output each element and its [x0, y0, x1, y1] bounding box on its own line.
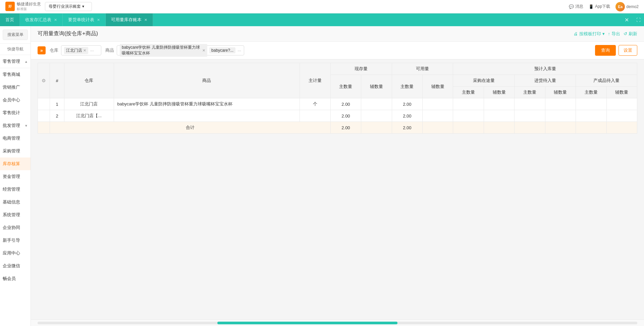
sidebar-quick-nav[interactable]: 快捷导航 [0, 44, 31, 55]
logo-text: 畅捷通好生意 [17, 2, 41, 6]
col-purchase-main [453, 110, 484, 122]
query-button[interactable]: 查询 [595, 45, 616, 56]
sidebar-item-retail-mall[interactable]: 零售商城 [0, 68, 31, 81]
settings-icon[interactable]: ⚙ [42, 78, 46, 83]
sidebar-item-vip[interactable]: 畅会员 [0, 272, 31, 285]
col-purchase-aux [484, 98, 514, 110]
col-avail-aux [423, 110, 453, 122]
sidebar-item-marketing[interactable]: 营销推广 [0, 81, 31, 94]
sidebar-item-enterprise-coop[interactable]: 企业协同 [0, 221, 31, 234]
th-products-aux: 辅数量 [606, 87, 637, 98]
sidebar-item-app-center[interactable]: 应用中心 [0, 247, 31, 260]
sidebar-item-operation[interactable]: 经营管理 [0, 183, 31, 196]
product-more-icon[interactable]: ··· [237, 48, 241, 53]
horizontal-scrollbar[interactable] [38, 322, 637, 324]
export-icon: ↑ [608, 31, 610, 36]
th-main-unit: 主计量 [300, 63, 330, 98]
sidebar-item-enterprise-wechat[interactable]: 企业微信 [0, 260, 31, 272]
income-expense-tab-label: 收发存汇总表 [25, 17, 51, 23]
sidebar-item-wholesale-mgmt[interactable]: 批发管理 ▼ [0, 119, 31, 132]
message-action[interactable]: 💬 消息 [569, 4, 583, 9]
sidebar-item-retail-stat[interactable]: 零售统计 [0, 106, 31, 119]
chevron-down-icon: ▾ [602, 31, 605, 36]
app-download-action[interactable]: 📱 App下载 [589, 4, 610, 9]
th-stock-aux: 辅数量 [361, 75, 392, 98]
print-template-btn[interactable]: 🖨 按模板打印 ▾ [574, 31, 605, 37]
th-seq: # [50, 63, 64, 98]
search-menu-button[interactable]: 搜索菜单 [3, 30, 28, 40]
summary-stock-aux [361, 122, 392, 134]
sidebar-item-inventory[interactable]: 库存核算 [0, 157, 31, 170]
warehouse-more-icon[interactable]: ··· [90, 48, 94, 53]
sidebar-item-finance[interactable]: 资金管理 [0, 170, 31, 183]
chevron-down-icon: ▾ [82, 4, 84, 9]
tab-order-stat[interactable]: 要货单统计表 ✕ [63, 13, 106, 26]
summary-products-main [576, 122, 606, 134]
col-purchase-aux [484, 110, 514, 122]
th-products-pending: 产成品待入量 [576, 75, 637, 87]
product-filter-group: 商品 babycare学饮杯 儿童防摔防撞吸管杯重力球吸嘴杯宝宝水杯 ✕ bab… [105, 45, 244, 55]
th-settings: ⚙ [38, 63, 50, 98]
filter-expand-button[interactable]: » [38, 46, 46, 54]
tab-available-stock[interactable]: 可用量库存账本 ✕ [106, 13, 153, 26]
print-icon: 🖨 [574, 31, 578, 36]
close-available-stock-tab[interactable]: ✕ [144, 18, 147, 22]
col-settings-cell [38, 98, 50, 110]
remove-warehouse-tag[interactable]: ✕ [83, 48, 86, 53]
logo: 好 畅捷通好生意 标准版 [5, 2, 41, 11]
content-area: 可用量查询(按仓库+商品) 🖨 按模板打印 ▾ ↑ 导出 ↺ 刷新 » [31, 26, 644, 326]
table-footer [31, 319, 644, 326]
close-all-tabs[interactable]: ✕ [621, 13, 633, 26]
th-product: 商品 [114, 63, 300, 98]
filter-bar: » 仓库 江北门店 ✕ ··· 商品 babycare学饮杯 儿童防摔防撞吸管杯… [31, 42, 644, 59]
col-incoming-main [515, 98, 545, 110]
top-bar-left: 好 畅捷通好生意 标准版 母婴行业演示账套 ▾ [5, 2, 92, 11]
sidebar-item-member-center[interactable]: 会员中心 [0, 94, 31, 106]
refresh-btn[interactable]: ↺ 刷新 [624, 31, 637, 37]
col-main-unit: 个 [300, 98, 330, 110]
col-avail-main: 2.00 [392, 98, 422, 110]
th-forecast-group: 预计入库量 [453, 63, 637, 75]
chevron-down-icon: ▼ [24, 124, 28, 128]
nav-tabs: 首页 收发存汇总表 ✕ 要货单统计表 ✕ 可用量库存账本 ✕ ✕ ⛶ [0, 13, 644, 26]
th-avail-aux: 辅数量 [423, 75, 453, 98]
order-stat-tab-label: 要货单统计表 [68, 17, 94, 23]
th-available-group: 可用量 [392, 63, 453, 75]
summary-purchase-main [453, 122, 484, 134]
summary-label: 合计 [50, 122, 331, 134]
sidebar-item-purchase[interactable]: 采购管理 [0, 145, 31, 157]
sidebar-item-system[interactable]: 系统管理 [0, 208, 31, 221]
tab-home[interactable]: 首页 [0, 13, 20, 26]
th-stock-main: 主数量 [330, 75, 361, 98]
industry-selector[interactable]: 母婴行业演示账套 ▾ [45, 2, 92, 11]
message-icon: 💬 [569, 4, 574, 9]
th-stock-group: 现存量 [330, 63, 392, 75]
filter-buttons: 查询 设置 [595, 45, 637, 56]
logo-sub: 标准版 [17, 7, 41, 11]
tab-income-expense[interactable]: 收发存汇总表 ✕ [20, 13, 63, 26]
sidebar-item-newbie[interactable]: 新手引导 [0, 234, 31, 247]
summary-stock-main: 2.00 [330, 122, 361, 134]
product-filter-input[interactable]: babycare学饮杯 儿童防摔防撞吸管杯重力球吸嘴杯宝宝水杯 ✕ babyca… [117, 45, 244, 55]
refresh-icon: ↺ [624, 31, 627, 36]
export-btn[interactable]: ↑ 导出 [608, 31, 621, 37]
col-warehouse: 江北门店 [64, 98, 114, 110]
user-menu[interactable]: Ea demo2 [615, 2, 639, 11]
scroll-thumb [217, 322, 397, 324]
product-filter-label: 商品 [105, 47, 114, 53]
setting-button[interactable]: 设置 [619, 45, 637, 56]
col-products-aux [606, 98, 637, 110]
sidebar-item-retail-mgmt[interactable]: 零售管理 ▲ [0, 55, 31, 68]
col-product [114, 110, 300, 122]
sidebar-item-ecommerce[interactable]: 电商管理 [0, 132, 31, 145]
close-income-expense-tab[interactable]: ✕ [54, 18, 57, 22]
remove-product-tag-1[interactable]: ✕ [202, 48, 205, 53]
expand-tabs[interactable]: ⛶ [633, 13, 644, 26]
col-incoming-aux [545, 110, 576, 122]
summary-avail-main: 2.00 [392, 122, 422, 134]
sidebar-retail-mgmt-section: 零售管理 ▲ [0, 55, 31, 68]
sidebar-item-basic-info[interactable]: 基础信息 [0, 196, 31, 208]
col-products-aux [606, 110, 637, 122]
close-order-stat-tab[interactable]: ✕ [97, 18, 100, 22]
warehouse-filter-input[interactable]: 江北门店 ✕ ··· [61, 45, 101, 55]
